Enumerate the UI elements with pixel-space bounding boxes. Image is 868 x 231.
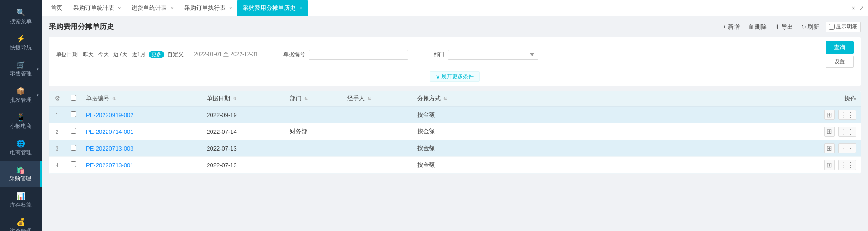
split-method-cell: 按金额 — [413, 123, 820, 140]
tab-close-purchase-order-exec[interactable]: × — [229, 0, 232, 16]
refresh-button[interactable]: ↻ 刷新 — [799, 22, 821, 32]
tab-purchase-fee-history[interactable]: 采购费用分摊单历史 × — [237, 0, 307, 16]
sidebar-item-quick[interactable]: ⚡ 快捷导航 — [0, 30, 42, 56]
tab-close-purchase-order-stats[interactable]: × — [118, 0, 121, 16]
view-action-icon[interactable]: ⊞ — [824, 160, 835, 170]
table-row: 1 PE-20220919-002 2022-09-19 按金额 ⊞ ⋮⋮ — [49, 107, 861, 123]
sidebar-item-wholesale[interactable]: 📦 批发管理 ▾ — [0, 82, 42, 108]
action-cell: ⊞ ⋮⋮ — [820, 157, 861, 174]
tab-inbound-stats[interactable]: 进货单统计表 × — [126, 0, 179, 16]
bill-no-cell: PE-20220714-001 — [81, 123, 202, 140]
date-range-display: 2022-01-01 至 2022-12-31 — [194, 51, 258, 58]
settings-button[interactable]: 设置 — [826, 56, 854, 68]
more-action-icon[interactable]: ⋮⋮ — [838, 160, 856, 170]
bill-date-cell: 2022-07-13 — [202, 157, 285, 174]
table-row: 2 PE-20220714-001 2022-07-14 财务部 按金额 ⊞ ⋮… — [49, 123, 861, 140]
col-split-method-header[interactable]: 分摊方式 ⇅ — [413, 91, 820, 107]
delete-button[interactable]: 🗑 删除 — [746, 22, 769, 32]
date-shortcuts: 昨天 今天 近7天 近1月 更多 自定义 — [81, 50, 185, 59]
view-action-icon[interactable]: ⊞ — [824, 110, 835, 120]
shortcut-yesterday[interactable]: 昨天 — [81, 50, 95, 59]
split-method-cell: 按金额 — [413, 107, 820, 123]
action-cell: ⊞ ⋮⋮ — [820, 107, 861, 123]
view-action-icon[interactable]: ⊞ — [824, 127, 835, 137]
sort-icon-handler: ⇅ — [368, 96, 371, 101]
search-row: 单据日期 昨天 今天 近7天 近1月 更多 自定义 2022-01-01 至 2… — [56, 41, 854, 68]
row-num-cell: 1 — [49, 107, 65, 123]
col-bill-no-header[interactable]: 单据编号 ⇅ — [81, 91, 202, 107]
action-cell: ⊞ ⋮⋮ — [820, 140, 861, 157]
expand-row: ∨ 展开更多条件 — [56, 71, 854, 82]
tab-purchase-order-stats[interactable]: 采购订单统计表 × — [68, 0, 126, 16]
main-content: 首页 采购订单统计表 × 进货单统计表 × 采购订单执行表 × 采购费用分摊单历… — [42, 0, 868, 231]
export-button[interactable]: ⬇ 导出 — [773, 22, 795, 32]
data-table-wrap: ⚙ 单据编号 ⇅ 单据日期 ⇅ — [49, 91, 861, 174]
bill-no-cell: PE-20220713-001 — [81, 157, 202, 174]
sort-icon-bill-no: ⇅ — [112, 96, 116, 101]
bill-no-link[interactable]: PE-20220919-002 — [86, 112, 134, 118]
sidebar-item-mini[interactable]: 📱 小畅电商 — [0, 108, 42, 135]
bill-no-input[interactable] — [309, 50, 408, 60]
sidebar-item-finance[interactable]: 💰 资金管理 — [0, 213, 42, 231]
sidebar-item-ecom[interactable]: 🌐 电商管理 — [0, 135, 42, 161]
row-num-cell: 3 — [49, 140, 65, 157]
select-all-checkbox[interactable] — [71, 95, 76, 101]
bill-no-link[interactable]: PE-20220713-001 — [86, 162, 134, 169]
tab-home[interactable]: 首页 — [45, 0, 68, 16]
row-num-cell: 4 — [49, 157, 65, 174]
tab-purchase-order-exec[interactable]: 采购订单执行表 × — [179, 0, 237, 16]
shortcut-today[interactable]: 今天 — [97, 50, 110, 59]
column-settings-icon[interactable]: ⚙ — [54, 94, 60, 102]
shortcut-7days[interactable]: 近7天 — [112, 50, 129, 59]
sidebar-item-search[interactable]: 🔍 搜索菜单 — [0, 4, 42, 30]
row-checkbox[interactable] — [71, 145, 76, 151]
col-settings-header[interactable]: ⚙ — [49, 91, 65, 107]
window-close-btn[interactable]: × — [852, 5, 855, 12]
more-action-icon[interactable]: ⋮⋮ — [838, 110, 856, 120]
bill-date-cell: 2022-07-13 — [202, 140, 285, 157]
dept-cell: 财务部 — [285, 123, 343, 140]
bill-no-link[interactable]: PE-20220714-001 — [86, 128, 134, 135]
expand-conditions-button[interactable]: ∨ 展开更多条件 — [430, 71, 480, 82]
add-button[interactable]: + 新增 — [721, 22, 741, 32]
page-title: 采购费用分摊单历史 — [49, 22, 114, 32]
shortcut-custom[interactable]: 自定义 — [166, 50, 185, 59]
search-button[interactable]: 查询 — [826, 41, 854, 54]
view-action-icon[interactable]: ⊞ — [824, 143, 835, 153]
row-checkbox[interactable] — [71, 111, 76, 117]
bill-date-cell: 2022-09-19 — [202, 107, 285, 123]
col-dept-header[interactable]: 部门 ⇅ — [285, 91, 343, 107]
dept-cell — [285, 157, 343, 174]
shortcut-1month[interactable]: 近1月 — [131, 50, 147, 59]
col-action-header: 操作 — [820, 91, 861, 107]
row-checkbox[interactable] — [71, 128, 76, 134]
col-handler-header[interactable]: 经手人 ⇅ — [343, 91, 413, 107]
window-expand-btn[interactable]: ⤢ — [859, 5, 864, 12]
page-header: 采购费用分摊单历史 + 新增 🗑 删除 ⬇ 导出 ↻ 刷新 — [49, 22, 861, 32]
handler-cell — [343, 123, 413, 140]
sidebar-item-purchase[interactable]: 🛍️ 采购管理 — [0, 161, 42, 187]
bill-no-link[interactable]: PE-20220713-003 — [86, 145, 134, 152]
sidebar-item-retail[interactable]: 🛒 零售管理 ▾ — [0, 56, 42, 82]
row-checkbox[interactable] — [71, 161, 76, 167]
row-checkbox-cell — [65, 140, 81, 157]
split-method-cell: 按金额 — [413, 140, 820, 157]
bill-no-cell: PE-20220919-002 — [81, 107, 202, 123]
shortcut-more[interactable]: 更多 — [149, 51, 164, 58]
export-icon: ⬇ — [775, 24, 780, 30]
row-checkbox-cell — [65, 107, 81, 123]
sidebar-item-inventory[interactable]: 📊 库存核算 — [0, 187, 42, 213]
bill-no-cell: PE-20220713-003 — [81, 140, 202, 157]
show-cols-button[interactable]: 显示明细 — [826, 22, 861, 32]
show-cols-checkbox[interactable] — [829, 24, 835, 30]
delete-icon: 🗑 — [748, 24, 754, 30]
tab-close-inbound-stats[interactable]: × — [170, 0, 173, 16]
more-action-icon[interactable]: ⋮⋮ — [838, 127, 856, 137]
search-panel: 单据日期 昨天 今天 近7天 近1月 更多 自定义 2022-01-01 至 2… — [49, 37, 861, 86]
col-bill-date-header[interactable]: 单据日期 ⇅ — [202, 91, 285, 107]
dept-select[interactable]: 财务部 — [448, 50, 538, 60]
tab-close-purchase-fee-history[interactable]: × — [299, 0, 302, 16]
tabs-bar: 首页 采购订单统计表 × 进货单统计表 × 采购订单执行表 × 采购费用分摊单历… — [42, 0, 868, 16]
page-body: 采购费用分摊单历史 + 新增 🗑 删除 ⬇ 导出 ↻ 刷新 — [42, 16, 868, 231]
more-action-icon[interactable]: ⋮⋮ — [838, 143, 856, 153]
